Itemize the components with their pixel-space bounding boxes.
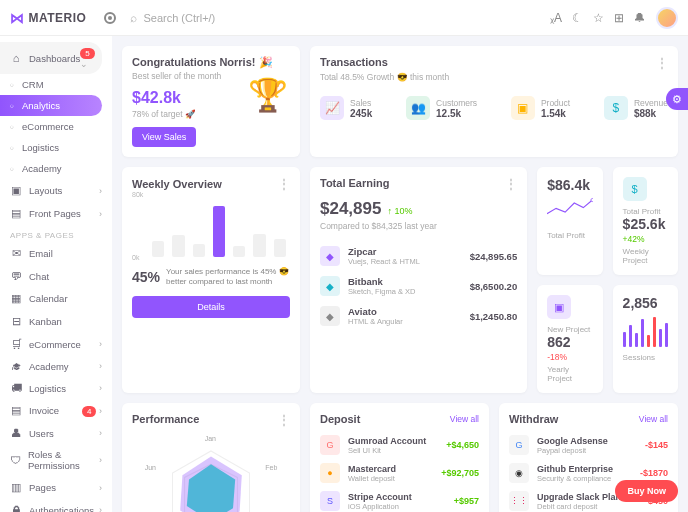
bar (233, 246, 245, 257)
stat-sessions: 2,856 Sessions (613, 285, 678, 393)
lock-icon: 🔒︎ (10, 504, 22, 512)
radar-chart: Jan Feb Mar Apr May Jun (132, 435, 290, 512)
viewall-link[interactable]: View all (639, 414, 668, 424)
stat-value: $86.4k (547, 177, 592, 193)
bell-icon[interactable]: 🔔︎ (634, 11, 646, 25)
bar (659, 329, 662, 347)
nav-invoice[interactable]: ▤Invoice4 › (0, 399, 112, 422)
y-axis-label: 80k (132, 191, 143, 198)
stat-change: +42% (623, 234, 645, 244)
nav-email[interactable]: ✉Email (0, 242, 112, 265)
settings-fab[interactable]: ⚙ (666, 88, 688, 110)
trans-item: 📈Sales245k (320, 96, 372, 120)
earning-sub: Compared to $84,325 last year (320, 221, 517, 231)
congrats-card: Congratulations Norris! 🎉 Best seller of… (122, 46, 300, 157)
record-icon[interactable] (104, 12, 116, 24)
nav-ecommerce[interactable]: eCommerce (0, 116, 112, 137)
nav-layouts[interactable]: ▣Layouts› (0, 179, 112, 202)
star-icon[interactable]: ☆ (593, 11, 604, 25)
bar (647, 335, 650, 347)
stat-label: Weekly Project (623, 247, 668, 265)
bar (623, 332, 626, 347)
nav-ecommerce2[interactable]: 🛒︎eCommerce› (0, 333, 112, 355)
stat-value: $25.6k (623, 216, 666, 232)
more-icon[interactable]: ⋮ (278, 413, 290, 427)
sparkline (547, 197, 592, 227)
nav-calendar[interactable]: ▦Calendar (0, 287, 112, 310)
home-icon: ⌂ (10, 52, 22, 64)
trans-icon: $ (604, 96, 628, 120)
weekly-pct: 45% (132, 269, 160, 285)
svg-point-0 (591, 199, 593, 202)
nav-auth[interactable]: 🔒︎Authentications› (0, 499, 112, 512)
bar (213, 206, 225, 257)
bar (665, 323, 668, 347)
brand-icon: S (320, 491, 340, 511)
bar (629, 325, 632, 347)
nav-users[interactable]: 👤︎Users› (0, 422, 112, 444)
brand-icon: G (509, 435, 529, 455)
brand-icon: ◉ (509, 463, 529, 483)
weekly-title: Weekly Overview (132, 178, 222, 190)
nav-dashboards[interactable]: ⌂Dashboards5 ⌄ (0, 42, 102, 74)
details-button[interactable]: Details (132, 296, 290, 318)
transactions-card: Transactions⋮ Total 48.5% Growth 😎 this … (310, 46, 678, 157)
briefcase-icon: ▣ (547, 295, 571, 319)
nav-chat[interactable]: 💬︎Chat (0, 265, 112, 287)
avatar[interactable] (656, 7, 678, 29)
view-sales-button[interactable]: View Sales (132, 127, 196, 147)
nav-kanban[interactable]: ⊟Kanban (0, 310, 112, 333)
perf-title: Performance (132, 413, 199, 427)
dash-badge: 5 (80, 48, 94, 59)
nav-logistics[interactable]: Logistics (0, 137, 112, 158)
earning-title: Total Earning (320, 177, 389, 191)
chevron-down-icon: ⌄ (80, 59, 88, 69)
sessions-chart (623, 317, 668, 347)
earn-icon: ◆ (320, 246, 340, 266)
nav-roles[interactable]: 🛡︎Roles & Permissions› (0, 444, 112, 476)
nav-academy[interactable]: Academy (0, 158, 112, 179)
nav-crm[interactable]: CRM (0, 74, 112, 95)
nav-analytics[interactable]: Analytics (0, 95, 102, 116)
bar (274, 239, 286, 257)
stat-title: New Project (547, 325, 592, 334)
stat-label: Total Profit (547, 231, 592, 240)
nav-academy2[interactable]: 🎓︎Academy› (0, 355, 112, 377)
search-input[interactable]: ⌕Search (Ctrl+/) (130, 11, 550, 25)
earning-change: ↑ 10% (387, 206, 412, 216)
kanban-icon: ⊟ (10, 315, 22, 328)
sidebar: ⌂Dashboards5 ⌄ CRM Analytics eCommerce L… (0, 36, 112, 512)
weekly-card: Weekly Overview⋮ 80k 0k 45% Your sales p… (122, 167, 300, 393)
layout-icon: ▣ (10, 184, 22, 197)
earning-card: Total Earning⋮ $24,895↑ 10% Compared to … (310, 167, 527, 393)
stat-new-project: ▣ New Project 862 -18% Yearly Project (537, 285, 602, 393)
main: Congratulations Norris! 🎉 Best seller of… (112, 36, 688, 512)
stat-title: Total Profit (623, 207, 668, 216)
buy-now-button[interactable]: Buy Now (615, 480, 678, 502)
nav-frontpages[interactable]: ▤Front Pages› (0, 202, 112, 225)
theme-icon[interactable]: ☾ (572, 11, 583, 25)
bar (172, 235, 184, 257)
file-icon: ▤ (10, 207, 22, 220)
brand-icon: ⋮⋮ (509, 491, 529, 511)
viewall-link[interactable]: View all (450, 414, 479, 424)
apps-icon[interactable]: ⊞ (614, 11, 624, 25)
more-icon[interactable]: ⋮ (278, 177, 290, 191)
list-item: GGoogle AdsensePaypal deposit-$145 (509, 431, 668, 459)
truck-icon: 🚚︎ (10, 382, 22, 394)
dollar-icon: $ (623, 177, 647, 201)
earn-icon: ◆ (320, 276, 340, 296)
list-item: ●MastercardWallet deposit+$92,705 (320, 459, 479, 487)
more-icon[interactable]: ⋮ (656, 56, 668, 70)
logo-icon: ⋈ (10, 10, 25, 26)
list-item: SStripe AccountiOS Application+$957 (320, 487, 479, 512)
translate-icon[interactable]: ᵪA (550, 11, 562, 25)
logo[interactable]: ⋈MATERIO (10, 10, 86, 26)
more-icon[interactable]: ⋮ (505, 177, 517, 191)
trans-icon: ▣ (511, 96, 535, 120)
bar (253, 234, 265, 257)
topbar: ⋈MATERIO ⌕Search (Ctrl+/) ᵪA ☾ ☆ ⊞ 🔔︎ (0, 0, 688, 36)
nav-logistics2[interactable]: 🚚︎Logistics› (0, 377, 112, 399)
mail-icon: ✉ (10, 247, 22, 260)
nav-pages[interactable]: ▥Pages› (0, 476, 112, 499)
